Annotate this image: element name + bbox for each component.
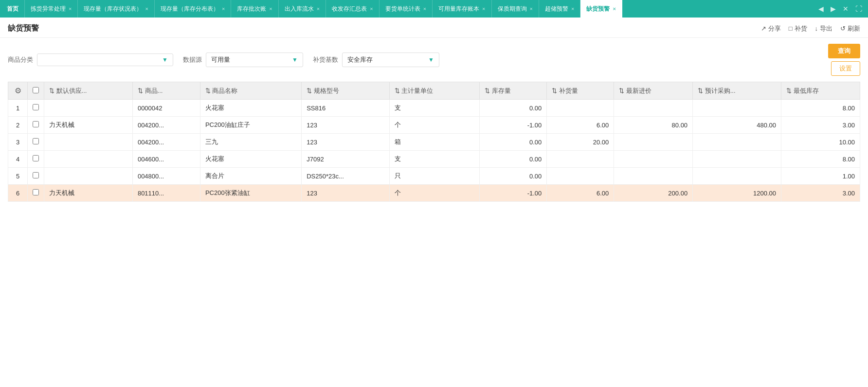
- tab-close-order-stat[interactable]: ×: [423, 6, 426, 12]
- replenish-button[interactable]: □ 补货: [789, 24, 807, 33]
- export-icon: ↓: [815, 25, 818, 32]
- cell-latest-price-5: [614, 168, 693, 185]
- cell-est-purchase-1: [693, 100, 781, 117]
- cell-min-stock-2: 3.00: [781, 117, 860, 134]
- row-num-3: 3: [8, 134, 28, 151]
- replenish-icon: □: [789, 25, 793, 32]
- table-header-row: ⚙ ⇅ 默认供应... ⇅ 商品... ⇅ 商品名称 ⇅: [8, 82, 860, 100]
- cell-supplier-6: 力天机械: [44, 185, 133, 202]
- th-settings: ⚙: [8, 82, 28, 100]
- tab-available[interactable]: 可用量库存账本 ×: [433, 0, 491, 18]
- th-goods-code-label: ⇅ 商品...: [138, 87, 163, 94]
- cell-goods-name-2: PC200油缸庄子: [200, 117, 301, 134]
- tab-close-all-button[interactable]: ✕: [840, 3, 851, 15]
- cell-supplier-5: [44, 168, 133, 185]
- category-label: 商品分类: [8, 55, 33, 64]
- tab-navigation: ◀ ▶ ✕ ⛶: [815, 3, 867, 15]
- table-row: 3 004200... 三九 123 箱 0.00 20.00 10.00: [8, 134, 860, 151]
- column-settings-icon[interactable]: ⚙: [15, 87, 21, 95]
- select-all-checkbox[interactable]: [33, 87, 39, 93]
- cell-est-purchase-5: [693, 168, 781, 185]
- cell-goods-code-5: 004800...: [132, 168, 200, 185]
- cell-replenish-4: [547, 151, 614, 168]
- cell-min-stock-3: 10.00: [781, 134, 860, 151]
- tab-fullscreen-button[interactable]: ⛶: [852, 3, 865, 15]
- th-min-stock: ⇅ 最低库存: [781, 82, 860, 100]
- row-checkbox-4[interactable]: [33, 155, 39, 161]
- replenish-base-select[interactable]: 安全库存 ▼: [342, 53, 439, 67]
- tab-close-expiry[interactable]: ×: [530, 6, 533, 12]
- tab-next-button[interactable]: ▶: [828, 3, 839, 15]
- tab-close-collect[interactable]: ×: [370, 6, 373, 12]
- th-unit: ⇅ 主计量单位: [389, 82, 480, 100]
- th-est-purchase-label: ⇅ 预计采购...: [698, 87, 735, 94]
- th-goods-name: ⇅ 商品名称: [200, 82, 301, 100]
- page-title: 缺货预警: [8, 23, 39, 34]
- table-container: ⚙ ⇅ 默认供应... ⇅ 商品... ⇅ 商品名称 ⇅: [0, 82, 868, 210]
- tab-order-stat[interactable]: 要货单统计表 ×: [380, 0, 433, 18]
- tab-close-shortage[interactable]: ×: [613, 6, 615, 12]
- row-checkbox-5[interactable]: [33, 172, 39, 178]
- cell-replenish-3: 20.00: [547, 134, 614, 151]
- category-select[interactable]: ▼: [37, 53, 173, 66]
- cell-unit-4: 支: [389, 151, 480, 168]
- tab-close-exception[interactable]: ×: [69, 6, 72, 12]
- share-button[interactable]: ↗ 分享: [761, 24, 781, 33]
- tab-close-stock-status[interactable]: ×: [145, 6, 148, 12]
- cell-latest-price-2: 80.00: [614, 117, 693, 134]
- tab-stock-dist[interactable]: 现存量（库存分布表） ×: [155, 0, 231, 18]
- tab-expiry[interactable]: 保质期查询 ×: [492, 0, 539, 18]
- cell-supplier-4: [44, 151, 133, 168]
- tab-close-available[interactable]: ×: [482, 6, 485, 12]
- tab-close-overstock[interactable]: ×: [571, 6, 574, 12]
- th-latest-price: ⇅ 最新进价: [614, 82, 693, 100]
- refresh-button[interactable]: ↺ 刷新: [840, 24, 860, 33]
- cell-stock-6: -1.00: [480, 185, 547, 202]
- table-row: 2 力天机械 004200... PC200油缸庄子 123 个 -1.00 6…: [8, 117, 860, 134]
- settings-button[interactable]: 设置: [831, 61, 860, 76]
- datasource-chevron-icon: ▼: [292, 56, 298, 63]
- tab-batch[interactable]: 库存批次账 ×: [231, 0, 278, 18]
- tab-stock-status[interactable]: 现存量（库存状况表） ×: [78, 0, 154, 18]
- tab-inout[interactable]: 出入库流水 ×: [279, 0, 326, 18]
- page-header: 缺货预警 ↗ 分享 □ 补货 ↓ 导出 ↺ 刷新: [0, 18, 868, 38]
- cell-latest-price-4: [614, 151, 693, 168]
- tab-overstock[interactable]: 超储预警 ×: [539, 0, 580, 18]
- cell-stock-5: 0.00: [480, 168, 547, 185]
- cell-goods-code-3: 004200...: [132, 134, 200, 151]
- th-goods-name-label: ⇅ 商品名称: [205, 87, 238, 94]
- row-checkbox-3[interactable]: [33, 138, 39, 144]
- tab-collect[interactable]: 收发存汇总表 ×: [326, 0, 379, 18]
- tab-home[interactable]: 首页: [1, 0, 25, 18]
- cell-unit-3: 箱: [389, 134, 480, 151]
- cell-supplier-3: [44, 134, 133, 151]
- table-row: 4 004600... 火花塞 J7092 支 0.00 8.00: [8, 151, 860, 168]
- tab-shortage[interactable]: 缺货预警 ×: [580, 0, 622, 18]
- tab-close-stock-dist[interactable]: ×: [222, 6, 225, 12]
- cell-min-stock-4: 8.00: [781, 151, 860, 168]
- tab-prev-button[interactable]: ◀: [815, 3, 827, 15]
- datasource-filter-group: 数据源 可用量 ▼: [183, 53, 303, 67]
- cell-spec-1: SS816: [302, 100, 389, 117]
- th-spec: ⇅ 规格型号: [302, 82, 389, 100]
- cell-spec-4: J7092: [302, 151, 389, 168]
- filter-actions: 查询 设置: [828, 44, 860, 76]
- export-button[interactable]: ↓ 导出: [815, 24, 833, 33]
- category-chevron-icon: ▼: [162, 56, 168, 63]
- tab-close-batch[interactable]: ×: [269, 6, 272, 12]
- query-button[interactable]: 查询: [828, 44, 860, 58]
- th-est-purchase: ⇅ 预计采购...: [693, 82, 781, 100]
- row-checkbox-2[interactable]: [33, 121, 39, 127]
- row-checkbox-1[interactable]: [33, 104, 39, 110]
- tab-exception[interactable]: 拣货异常处理 ×: [25, 0, 78, 18]
- tab-close-inout[interactable]: ×: [317, 6, 320, 12]
- cell-unit-2: 个: [389, 117, 480, 134]
- datasource-select[interactable]: 可用量 ▼: [206, 53, 303, 67]
- cell-latest-price-1: [614, 100, 693, 117]
- cell-est-purchase-6: 1200.00: [693, 185, 781, 202]
- row-checkbox-6[interactable]: [33, 189, 39, 195]
- th-unit-label: ⇅ 主计量单位: [395, 87, 434, 94]
- row-num-2: 2: [8, 117, 28, 134]
- cell-replenish-5: [547, 168, 614, 185]
- th-goods-code: ⇅ 商品...: [132, 82, 200, 100]
